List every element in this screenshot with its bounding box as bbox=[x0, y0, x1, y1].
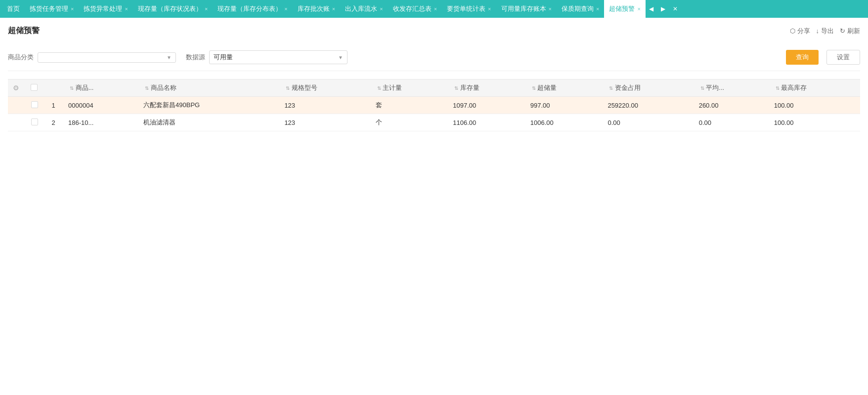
topbar-item-available-account[interactable]: 可用量库存账本 × bbox=[496, 0, 557, 18]
col-header-capital-use[interactable]: ⇅ 资金占用 bbox=[603, 79, 694, 97]
row-product-name: 六配套新昌490BPG bbox=[138, 97, 279, 114]
topbar-item-home[interactable]: 首页 bbox=[2, 0, 25, 18]
sort-icon: ⇅ bbox=[532, 85, 536, 91]
col-header-avg[interactable]: ⇅ 平均... bbox=[694, 79, 769, 97]
chevron-down-icon: ▼ bbox=[167, 55, 172, 60]
col-header-product-name[interactable]: ⇅ 商品名称 bbox=[138, 79, 279, 97]
sort-icon: ⇅ bbox=[776, 85, 780, 91]
row-num: 1 bbox=[43, 97, 63, 114]
close-icon[interactable]: × bbox=[125, 6, 128, 12]
row-overstock: 1006.00 bbox=[525, 114, 603, 131]
close-icon[interactable]: × bbox=[284, 6, 287, 12]
datasource-label: 数据源 bbox=[186, 53, 205, 62]
row-avg: 0.00 bbox=[694, 114, 769, 131]
sort-icon: ⇅ bbox=[700, 85, 704, 91]
sort-icon: ⇅ bbox=[609, 85, 613, 91]
topbar-item-in-out-flow[interactable]: 出入库流水 × bbox=[340, 0, 388, 18]
col-header-max-stock[interactable]: ⇅ 最高库存 bbox=[769, 79, 860, 97]
sort-icon: ⇅ bbox=[70, 85, 74, 91]
close-icon[interactable]: × bbox=[380, 6, 383, 12]
topbar-item-quality-check[interactable]: 保质期查询 × bbox=[557, 0, 604, 18]
topbar-item-order-stats[interactable]: 要货单统计表 × bbox=[442, 0, 496, 18]
datasource-filter-group: 数据源 可用量 ▼ bbox=[186, 50, 347, 64]
col-header-overstock[interactable]: ⇅ 超储量 bbox=[525, 79, 603, 97]
close-icon[interactable]: × bbox=[71, 6, 74, 12]
select-all-checkbox[interactable] bbox=[31, 84, 38, 91]
row-avg: 260.00 bbox=[694, 97, 769, 114]
nav-left-arrow[interactable]: ◀ bbox=[646, 0, 657, 18]
row-product-code: 0000004 bbox=[63, 97, 138, 114]
row-max-stock: 100.00 bbox=[769, 114, 860, 131]
row-capital-use: 259220.00 bbox=[603, 97, 694, 114]
page-header: 超储预警 ⬡ 分享 ↓ 导出 ↻ 刷新 bbox=[8, 26, 860, 36]
refresh-button[interactable]: ↻ 刷新 bbox=[840, 27, 860, 36]
category-select[interactable]: ▼ bbox=[38, 52, 176, 63]
row-gear-cell bbox=[8, 114, 26, 131]
col-header-inventory[interactable]: ⇅ 库存量 bbox=[448, 79, 525, 97]
nav-close-arrow[interactable]: ✕ bbox=[669, 0, 681, 18]
close-icon[interactable]: × bbox=[549, 6, 552, 12]
row-unit: 套 bbox=[371, 97, 448, 114]
chevron-down-icon: ▼ bbox=[338, 55, 343, 60]
row-product-code: 186-10... bbox=[63, 114, 138, 131]
row-inventory: 1097.00 bbox=[448, 97, 525, 114]
close-icon[interactable]: × bbox=[332, 6, 335, 12]
row-spec: 123 bbox=[279, 114, 370, 131]
settings-button[interactable]: 设置 bbox=[826, 50, 860, 65]
row-unit: 个 bbox=[371, 114, 448, 131]
topbar-item-batch-account[interactable]: 库存批次账 × bbox=[293, 0, 340, 18]
sort-icon: ⇅ bbox=[145, 85, 149, 91]
col-header-check bbox=[26, 79, 43, 97]
topbar-item-overstock-warning[interactable]: 超储预警 × bbox=[604, 0, 645, 18]
topbar-item-task-mgmt[interactable]: 拣货任务管理 × bbox=[25, 0, 79, 18]
col-header-product-code[interactable]: ⇅ 商品... bbox=[63, 79, 138, 97]
topbar-item-abnormal[interactable]: 拣货异常处理 × bbox=[79, 0, 132, 18]
row-check-cell bbox=[26, 114, 43, 131]
topbar-item-inventory-dist[interactable]: 现存量（库存分布表） × bbox=[213, 0, 292, 18]
col-header-gear: ⚙ bbox=[8, 79, 26, 97]
page-actions: ⬡ 分享 ↓ 导出 ↻ 刷新 bbox=[790, 27, 861, 36]
row-num: 2 bbox=[43, 114, 63, 131]
topbar-item-inventory-status[interactable]: 现存量（库存状况表） × bbox=[133, 0, 213, 18]
sort-icon: ⇅ bbox=[286, 85, 290, 91]
main-content: 超储预警 ⬡ 分享 ↓ 导出 ↻ 刷新 商品分类 ▼ 数据源 bbox=[0, 18, 868, 395]
row-inventory: 1106.00 bbox=[448, 114, 525, 131]
row-product-name: 机油滤清器 bbox=[138, 114, 279, 131]
row-gear-cell bbox=[8, 97, 26, 114]
close-icon[interactable]: × bbox=[596, 6, 599, 12]
table-row: 1 0000004 六配套新昌490BPG 123 套 1097.00 997.… bbox=[8, 97, 860, 114]
col-header-unit[interactable]: ⇅ 主计量 bbox=[371, 79, 448, 97]
query-button[interactable]: 查询 bbox=[786, 50, 819, 65]
col-header-spec[interactable]: ⇅ 规格型号 bbox=[279, 79, 370, 97]
row-capital-use: 0.00 bbox=[603, 114, 694, 131]
row-spec: 123 bbox=[279, 97, 370, 114]
sort-icon: ⇅ bbox=[377, 85, 381, 91]
close-icon[interactable]: × bbox=[488, 6, 491, 12]
refresh-icon: ↻ bbox=[840, 27, 845, 35]
share-button[interactable]: ⬡ 分享 bbox=[790, 27, 810, 36]
category-filter-group: 商品分类 ▼ bbox=[8, 52, 176, 63]
close-icon[interactable]: × bbox=[205, 6, 208, 12]
topbar-item-collect-summary[interactable]: 收发存汇总表 × bbox=[388, 0, 442, 18]
export-button[interactable]: ↓ 导出 bbox=[816, 27, 834, 36]
filter-buttons: 查询 设置 bbox=[786, 50, 860, 65]
datasource-select-value: 可用量 bbox=[214, 53, 233, 62]
nav-right-arrow[interactable]: ▶ bbox=[657, 0, 669, 18]
close-icon[interactable]: × bbox=[434, 6, 437, 12]
close-icon[interactable]: × bbox=[637, 6, 640, 12]
sort-icon: ⇅ bbox=[454, 85, 458, 91]
row-checkbox[interactable] bbox=[31, 101, 38, 108]
datasource-select[interactable]: 可用量 ▼ bbox=[209, 50, 347, 64]
share-icon: ⬡ bbox=[790, 27, 795, 35]
row-checkbox[interactable] bbox=[31, 118, 38, 125]
table-header-row: ⚙ ⇅ 商品... ⇅ 商品名称 ⇅ 规格型号 bbox=[8, 79, 860, 97]
row-check-cell bbox=[26, 97, 43, 114]
gear-icon[interactable]: ⚙ bbox=[13, 84, 19, 92]
page-title: 超储预警 bbox=[8, 26, 40, 36]
row-max-stock: 100.00 bbox=[769, 97, 860, 114]
topbar: 首页 拣货任务管理 × 拣货异常处理 × 现存量（库存状况表） × 现存量（库存… bbox=[0, 0, 868, 18]
export-icon: ↓ bbox=[816, 27, 820, 35]
category-label: 商品分类 bbox=[8, 53, 34, 62]
table-row: 2 186-10... 机油滤清器 123 个 1106.00 1006.00 … bbox=[8, 114, 860, 131]
filter-row: 商品分类 ▼ 数据源 可用量 ▼ 查询 设置 bbox=[8, 44, 860, 71]
